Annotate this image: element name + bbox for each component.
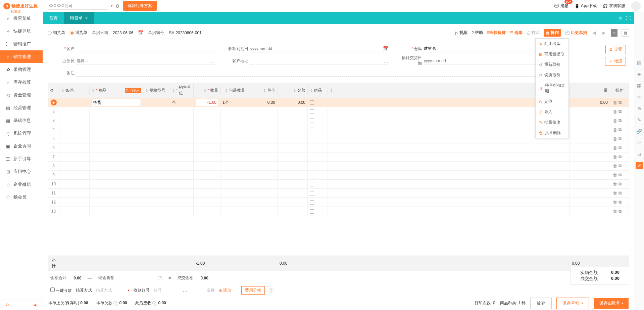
radio-sales[interactable]: 销货单 (48, 30, 65, 36)
table-row[interactable]: 6 🗑 ⧉ (48, 143, 629, 152)
pay-amount-input[interactable]: 金额 (191, 287, 215, 294)
onekey-checkbox[interactable]: 一键收款 (50, 287, 72, 294)
rail-icon[interactable]: 🔗 (636, 128, 643, 135)
menu-item[interactable]: ⇪导入 (536, 107, 568, 117)
settings-button[interactable]: ⚙ 设置 (605, 45, 626, 54)
rail-icon[interactable]: ⟳ (636, 93, 643, 101)
menu-item[interactable]: ⊙定位 (536, 96, 568, 107)
trial-button[interactable]: 体验行业方案 (123, 1, 157, 11)
gift-checkbox[interactable] (310, 209, 314, 214)
view-list-icon[interactable]: ≡ (611, 29, 617, 37)
rail-icon[interactable]: ⊛ (636, 105, 643, 112)
menu-item[interactable]: ％整单折扣金额 (536, 80, 568, 96)
sidebar-item[interactable]: ⌂销售管理 (0, 50, 43, 63)
menu-item[interactable]: ✎批量修改 (536, 117, 568, 128)
more-icon[interactable]: … (384, 58, 388, 63)
discard-button[interactable]: 放弃 (530, 298, 552, 309)
sidebar-item[interactable]: ⊞应用中心 (0, 165, 43, 178)
delete-icon[interactable]: 🗑 (612, 136, 618, 141)
gift-checkbox[interactable] (310, 128, 314, 132)
table-row[interactable]: 7 🗑 ⧉ (48, 152, 629, 162)
sidebar-item[interactable]: ◎资金管理 (0, 89, 43, 101)
delete-icon[interactable]: 🗑 (612, 200, 618, 205)
gift-checkbox[interactable] (310, 191, 314, 195)
address-input[interactable]: … (250, 57, 389, 64)
rail-icon[interactable]: ◈ (636, 71, 643, 78)
gear-col[interactable]: ⚙ (48, 86, 59, 94)
gift-checkbox[interactable] (310, 137, 314, 141)
help-icon[interactable]: ? (158, 276, 162, 280)
help-icon[interactable]: ? (113, 301, 118, 306)
menu-item[interactable]: ⇄切换报价 (536, 70, 568, 80)
print-link[interactable]: 🖨 打印 (527, 30, 540, 36)
rail-icon[interactable]: ✎ (636, 116, 643, 124)
operate-button[interactable]: ▦ 操作 (544, 29, 561, 37)
delete-icon[interactable]: 🗑 (612, 154, 618, 160)
table-row[interactable]: 13 🗑 ⧉ (48, 207, 629, 216)
copy-icon[interactable]: ⧉ (618, 100, 622, 105)
product-input[interactable] (92, 99, 141, 106)
copy-icon[interactable]: ⧉ (618, 209, 622, 214)
help-icon[interactable]: ? (152, 301, 157, 306)
copy-icon[interactable]: ⧉ (618, 190, 622, 196)
view-grid-icon[interactable]: ▦ (622, 29, 629, 37)
messages-link[interactable]: 💬 消息 (554, 3, 568, 9)
delete-icon[interactable]: 🗑 (612, 145, 618, 150)
help-icon[interactable]: ? (269, 288, 274, 293)
gift-checkbox[interactable] (310, 119, 314, 123)
menu-item[interactable]: ⊞可用量提取 (536, 49, 568, 59)
copy-icon[interactable]: ⧉ (618, 136, 622, 141)
remark-input[interactable] (77, 69, 562, 77)
gift-checkbox[interactable] (310, 173, 314, 177)
method-select[interactable]: 结算方式▾ (96, 287, 130, 294)
select-link[interactable]: ☰ 选单 (510, 30, 523, 36)
delete-icon[interactable]: 🗑 (612, 118, 618, 123)
copy-icon[interactable]: ⧉ (618, 154, 622, 160)
gift-checkbox[interactable] (310, 146, 314, 150)
delete-icon[interactable]: 🗑 (612, 182, 618, 187)
delete-icon[interactable]: 🗑 (612, 191, 618, 196)
sidebar-item[interactable]: ◇企业微信 (0, 178, 43, 191)
copy-icon[interactable]: ⧉ (618, 200, 622, 205)
gift-checkbox[interactable] (310, 100, 314, 105)
collapse-icon[interactable]: ◀· (33, 303, 37, 307)
sidebar-item[interactable]: ♡畅会员 (0, 191, 43, 204)
table-row[interactable]: 10 🗑 ⧉ (48, 180, 629, 189)
copy-icon[interactable]: ⧉ (618, 172, 622, 178)
account-select[interactable]: 账号… (154, 287, 187, 294)
menu-item[interactable]: ⇲配比出库 (536, 39, 568, 49)
avatar[interactable] (631, 1, 641, 11)
sidebar-item[interactable]: ▤经营管理 (0, 101, 43, 114)
close-icon[interactable]: ✕ (85, 16, 88, 20)
gift-checkbox[interactable] (310, 155, 314, 159)
scan-button[interactable]: 扫码录入 (125, 88, 141, 93)
history-link[interactable]: 🕘 历史单据 (565, 30, 587, 36)
logistics-button[interactable]: ＋ 物流 (605, 57, 626, 66)
gift-checkbox[interactable] (310, 109, 314, 114)
copy-icon[interactable]: ⧉ (618, 109, 622, 114)
gear-icon[interactable]: ⚙ (115, 3, 120, 9)
delete-icon[interactable]: 🗑 (612, 173, 618, 178)
sidebar-item[interactable]: ⛶营销推广 (0, 38, 43, 50)
delete-icon[interactable]: 🗑 (612, 100, 618, 105)
copy-icon[interactable]: ⧉ (618, 127, 622, 132)
sidebar-item[interactable]: ✿采购管理 (0, 63, 43, 76)
prev-doc-icon[interactable]: ◀ (591, 30, 597, 35)
gift-checkbox[interactable] (310, 182, 314, 186)
sidebar-item[interactable]: ▣企业协同 (0, 140, 43, 152)
company-selector[interactable]: ▾ ⚙ (48, 2, 120, 10)
tab-home[interactable]: 首页 (43, 12, 64, 24)
rail-icon[interactable]: ▤ (636, 59, 643, 67)
table-row[interactable]: 9 🗑 ⧉ (48, 171, 629, 180)
add-payment-button[interactable]: ⊕ 添加 (219, 287, 231, 293)
table-row[interactable]: 12 🗑 ⧉ (48, 198, 629, 207)
next-doc-icon[interactable]: ▶ (601, 30, 607, 35)
more-icon[interactable]: … (210, 58, 215, 63)
rail-icon[interactable]: ⊡ (636, 150, 643, 158)
help-link[interactable]: ? 帮助 (472, 30, 483, 36)
sidebar-item[interactable]: ▦基础信息 (0, 114, 43, 127)
tab-sales-order[interactable]: 销货单✕ (64, 12, 94, 24)
fee-split-button[interactable]: 费用分摊 (241, 286, 265, 295)
rail-icon[interactable]: ☆ (636, 139, 643, 146)
copy-icon[interactable]: ⧉ (618, 181, 622, 187)
